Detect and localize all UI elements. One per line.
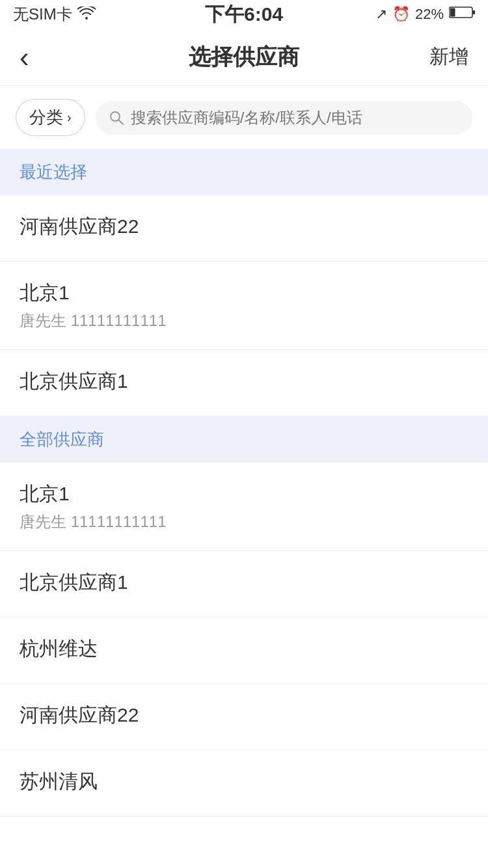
list-item[interactable]: 北京1 唐先生 11111111111	[0, 463, 488, 551]
battery-text: 22%	[415, 6, 444, 23]
back-icon: ‹	[20, 41, 29, 74]
list-item[interactable]: 杭州维达	[0, 617, 488, 684]
back-button[interactable]: ‹	[20, 41, 72, 74]
item-name: 北京供应商1	[20, 368, 468, 395]
carrier-text: 无SIM卡	[13, 4, 72, 25]
all-items-list: 北京1 唐先生 11111111111 北京供应商1 杭州维达 河南供应商22 …	[0, 463, 488, 817]
all-section-header: 全部供应商	[0, 416, 488, 463]
wifi-icon	[77, 5, 96, 23]
list-item[interactable]: 北京1 唐先生 11111111111	[0, 262, 488, 350]
search-container: 分类 ›	[0, 86, 488, 149]
svg-rect-2	[450, 8, 455, 17]
status-right: ↗ ⏰ 22%	[375, 6, 475, 23]
svg-rect-1	[472, 10, 475, 14]
list-item[interactable]: 北京供应商1	[0, 350, 488, 416]
recent-section-header: 最近选择	[0, 149, 488, 195]
list-item[interactable]: 河南供应商22	[0, 684, 488, 750]
recent-items-list: 河南供应商22 北京1 唐先生 11111111111 北京供应商1	[0, 195, 488, 416]
list-item[interactable]: 北京供应商1	[0, 551, 488, 617]
status-left: 无SIM卡	[13, 4, 96, 25]
recent-section-label: 最近选择	[20, 162, 87, 182]
item-name: 河南供应商22	[20, 213, 468, 240]
nav-title: 选择供应商	[189, 42, 299, 72]
location-icon: ↗	[375, 6, 387, 23]
item-name: 北京1	[20, 280, 468, 306]
search-input-wrapper	[96, 101, 472, 135]
category-filter-button[interactable]: 分类 ›	[16, 99, 85, 136]
status-bar: 无SIM卡 下午6:04 ↗ ⏰ 22%	[0, 0, 488, 29]
all-section-label: 全部供应商	[20, 429, 104, 449]
item-name: 杭州维达	[20, 636, 468, 662]
item-name: 北京1	[20, 481, 468, 508]
category-label: 分类	[29, 106, 63, 129]
alarm-icon: ⏰	[392, 6, 410, 23]
item-name: 苏州清风	[20, 768, 468, 795]
item-name: 河南供应商22	[20, 702, 468, 729]
svg-line-4	[118, 120, 123, 124]
list-item[interactable]: 苏州清风	[0, 750, 488, 817]
new-supplier-button[interactable]: 新增	[416, 44, 468, 70]
item-name: 北京供应商1	[20, 569, 468, 596]
search-input[interactable]	[131, 109, 459, 127]
list-item[interactable]: 河南供应商22	[0, 195, 488, 262]
chevron-right-icon: ›	[67, 110, 72, 125]
item-detail: 唐先生 11111111111	[20, 310, 468, 331]
battery-icon	[449, 6, 475, 23]
status-time: 下午6:04	[205, 1, 283, 28]
search-icon	[109, 110, 124, 126]
item-detail: 唐先生 11111111111	[20, 511, 468, 532]
nav-bar: ‹ 选择供应商 新增	[0, 29, 488, 86]
